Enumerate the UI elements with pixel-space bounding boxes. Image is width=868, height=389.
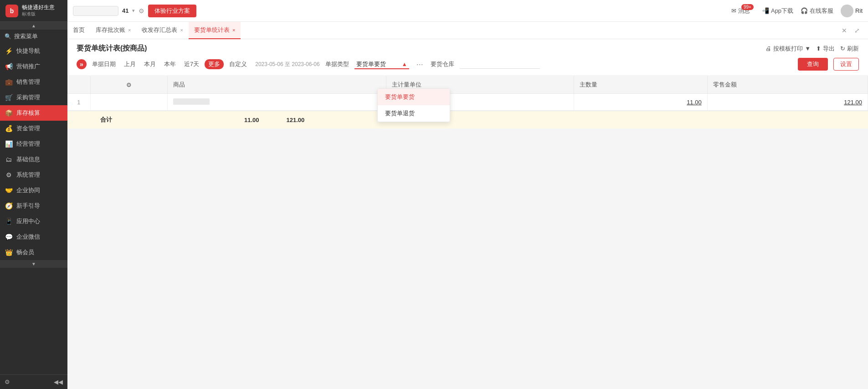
date-this-year[interactable]: 本年 [161, 59, 179, 69]
topbar-right: ✉ 消息 99+ 📲 App下载 🎧 在线客服 Rit [731, 5, 863, 17]
cell-settings [90, 94, 167, 111]
sidebar-item-operation[interactable]: 📊 经营管理 [0, 136, 67, 152]
guide-icon: 🧭 [5, 202, 13, 210]
sidebar-item-label: 采购管理 [16, 93, 40, 102]
footer-label: 合计 [100, 116, 112, 124]
filter-more-button[interactable]: ··· [415, 60, 425, 69]
sidebar-item-apps[interactable]: 📱 应用中心 [0, 214, 67, 229]
sidebar-scroll-up[interactable]: ▲ [0, 22, 67, 30]
avatar [841, 5, 853, 17]
sidebar-item-inventory[interactable]: 📦 库存核算 [0, 105, 67, 121]
quick-nav-icon: ⚡ [5, 47, 13, 55]
tab-order-stat-close[interactable]: × [232, 27, 235, 33]
sidebar-item-label: 应用中心 [16, 217, 40, 225]
user-menu[interactable]: Rit [841, 5, 863, 17]
apps-icon: 📱 [5, 218, 13, 225]
sidebar-item-label: 基础信息 [16, 155, 40, 164]
inventory-icon: 📦 [5, 109, 13, 117]
sidebar-item-purchase[interactable]: 🛒 采购管理 [0, 90, 67, 105]
date-range-display: 2023-05-06 至 2023-06-06 [255, 61, 319, 68]
tab-home[interactable]: 首页 [73, 22, 90, 39]
sidebar-item-finance[interactable]: 💰 资金管理 [0, 121, 67, 136]
col-amount: 零售金额 [707, 76, 868, 94]
refresh-button[interactable]: ↻ 刷新 [840, 45, 859, 53]
username-label: Rit [855, 7, 863, 14]
try-industry-button[interactable]: 体验行业方案 [148, 5, 196, 17]
sidebar-item-quick-nav[interactable]: ⚡ 快捷导航 [0, 43, 67, 59]
date-more-badge[interactable]: 更多 [205, 59, 224, 69]
operation-icon: 📊 [5, 140, 13, 148]
col-product: 商品 [167, 76, 386, 94]
doc-type-select-wrap: 要货单要货 要货单退货 ▲ [354, 60, 409, 69]
doc-type-label: 单据类型 [325, 60, 349, 68]
sidebar-item-guide[interactable]: 🧭 新手引导 [0, 198, 67, 214]
sidebar-item-system[interactable]: ⚙ 系统管理 [0, 167, 67, 183]
date-filter-label: 单据日期 [92, 60, 116, 68]
app-edition: 标准版 [22, 11, 55, 17]
page-content: 要货单统计表(按商品) 🖨 按模板打印 ▼ ⬆ 导出 ↻ 刷新 » [67, 39, 868, 389]
chevron-down-icon[interactable]: ▾ [132, 8, 135, 14]
export-button[interactable]: ⬆ 导出 [816, 45, 835, 53]
message-button[interactable]: ✉ 消息 99+ [731, 7, 750, 15]
tab-order-stat[interactable]: 要货单统计表 × [189, 22, 241, 39]
col-seq [67, 76, 90, 94]
sidebar-item-wechat[interactable]: 💬 企业微信 [0, 229, 67, 245]
sidebar-item-label: 企业微信 [16, 233, 40, 241]
cell-seq: 1 [67, 94, 90, 111]
sidebar-item-vip[interactable]: 👑 畅会员 [0, 245, 67, 260]
warehouse-input[interactable] [460, 60, 540, 69]
sidebar-item-label: 系统管理 [16, 171, 40, 179]
tab-inventory-batch-close[interactable]: × [128, 27, 131, 33]
dropdown-item-order[interactable]: 要货单要货 [378, 89, 450, 105]
filter-expand-button[interactable]: » [77, 59, 87, 69]
date-custom[interactable]: 自定义 [226, 59, 250, 69]
dropdown-item-return[interactable]: 要货单退货 [378, 105, 450, 122]
doc-type-dropdown: 要货单要货 要货单退货 [377, 88, 450, 122]
cell-amount[interactable]: 121.00 [707, 94, 868, 111]
breadcrumb-input[interactable] [73, 6, 118, 16]
tab-inventory-batch[interactable]: 库存批次账 × [90, 22, 136, 39]
tab-fullscreen-button[interactable]: ⤢ [852, 26, 863, 35]
sidebar-item-marketing[interactable]: 📢 营销推广 [0, 59, 67, 74]
tab-close-all-button[interactable]: ✕ [839, 26, 850, 35]
sidebar-item-corp[interactable]: 🤝 企业协同 [0, 183, 67, 198]
export-label: 导出 [823, 45, 835, 53]
table-settings-icon[interactable]: ⚙ [126, 82, 132, 88]
print-icon: 🖨 [765, 45, 771, 52]
app-name: 畅捷通好生意 [22, 4, 55, 11]
finance-icon: 💰 [5, 125, 13, 132]
print-arrow-icon[interactable]: ▼ [805, 45, 811, 52]
date-curr-month[interactable]: 本月 [141, 59, 159, 69]
sidebar-collapse-button[interactable]: ◀◀ [54, 379, 63, 385]
sidebar-item-label: 企业协同 [16, 186, 40, 194]
warehouse-label: 要货仓库 [431, 60, 454, 68]
query-button[interactable]: 查询 [798, 58, 828, 71]
tab-recv-summary-close[interactable]: × [180, 27, 183, 33]
topbar-left: 41 ▾ ⚙ 体验行业方案 [73, 5, 196, 17]
product-placeholder [173, 98, 210, 105]
refresh-icon: ↻ [840, 45, 845, 52]
sidebar-item-label: 销售管理 [16, 78, 40, 86]
logo-icon: b [5, 5, 18, 17]
footer-amount: 121.00 [287, 117, 305, 123]
cell-qty[interactable]: 11.00 [574, 94, 707, 111]
online-service-button[interactable]: 🎧 在线客服 [801, 7, 833, 15]
sales-icon: 💼 [5, 78, 13, 86]
sidebar-item-sales[interactable]: 💼 销售管理 [0, 74, 67, 90]
topbar-gear-icon[interactable]: ⚙ [139, 7, 144, 15]
tab-recv-summary[interactable]: 收发存汇总表 × [136, 22, 188, 39]
date-last-7-days[interactable]: 近7天 [181, 59, 202, 69]
headset-icon: 🎧 [801, 7, 808, 14]
app-download-button[interactable]: 📲 App下载 [762, 7, 793, 15]
settings-icon[interactable]: ⚙ [5, 379, 10, 385]
col-settings[interactable]: ⚙ [90, 76, 167, 94]
breadcrumb-number: 41 [122, 7, 128, 14]
sidebar-scroll-down[interactable]: ▼ [0, 260, 67, 268]
table-footer: 合计 11.00 121.00 [67, 111, 868, 128]
sidebar-search[interactable]: 🔍 搜索菜单 [0, 30, 67, 43]
print-button[interactable]: 🖨 按模板打印 ▼ [765, 45, 811, 53]
date-prev-month[interactable]: 上月 [121, 59, 139, 69]
settings-button[interactable]: 设置 [833, 58, 859, 71]
sidebar-item-base[interactable]: 🗂 基础信息 [0, 152, 67, 167]
doc-type-select[interactable]: 要货单要货 要货单退货 [354, 60, 409, 69]
